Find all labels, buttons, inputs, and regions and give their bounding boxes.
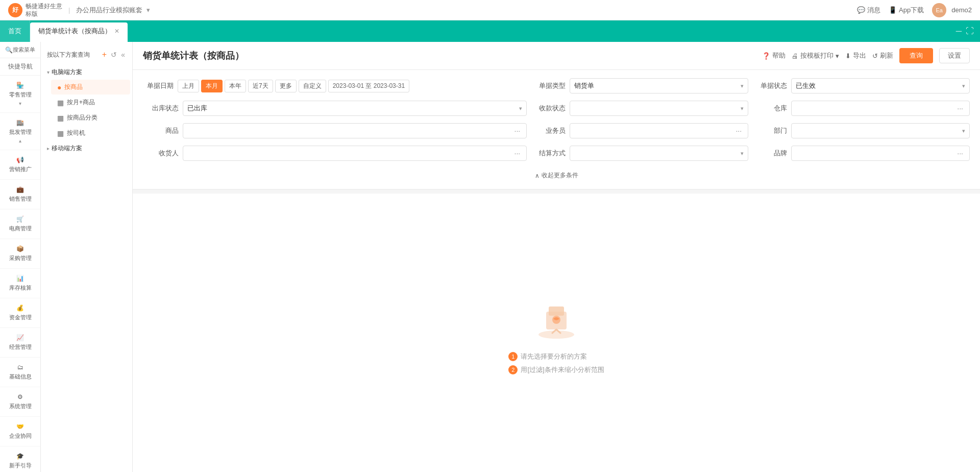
sidebar-icon-sales: 💼	[16, 186, 24, 193]
out-status-select[interactable]: 已出库 ▾	[183, 101, 527, 116]
sidebar-item-purchase[interactable]: 📦 采购管理	[0, 239, 40, 269]
sidebar-item-operations[interactable]: 📈 经营管理	[0, 328, 40, 358]
tree-item-icon-driver: ▦	[57, 129, 64, 137]
maximize-icon[interactable]: ⛶	[966, 27, 974, 36]
date-field: 单据日期 上月 本月 本年 近7天 更多 自定义 2023-03-01 至 20…	[143, 80, 527, 92]
form-area: 销货单统计表（按商品） ❓ 帮助 🖨 按模板打印 ▾ ⬇	[133, 42, 980, 472]
print-btn[interactable]: 🖨 按模板打印 ▾	[792, 51, 839, 60]
tree-group-mobile-title[interactable]: ▸ 移动端方案	[41, 141, 132, 155]
workspace-name: 办公用品行业模拟账套	[76, 6, 142, 15]
salesperson-dots-icon[interactable]: ···	[733, 127, 744, 135]
sidebar-icon-operations: 📈	[16, 334, 24, 341]
doc-status-select[interactable]: 已生效 ▾	[791, 78, 970, 93]
settle-select[interactable]: ▾	[570, 146, 748, 161]
payment-select[interactable]: ▾	[570, 101, 748, 116]
message-icon: 💬	[857, 6, 865, 14]
tree-item-by-goods[interactable]: ● 按商品	[51, 80, 130, 95]
help-label: 帮助	[772, 51, 786, 60]
setting-button[interactable]: 设置	[939, 48, 970, 63]
date-range-text: 2023-03-01 至 2023-03-31	[333, 82, 405, 90]
sidebar-item-finance[interactable]: 💰 资金管理	[0, 298, 40, 328]
sidebar-item-guide[interactable]: 🎓 新手引导	[0, 446, 40, 472]
tree-item-by-month-goods[interactable]: ▦ 按月+商品	[51, 95, 130, 110]
tip-num-1: 1	[508, 352, 518, 361]
sidebar-label-ecommerce: 电商管理	[9, 225, 32, 232]
receiver-select[interactable]: ···	[183, 146, 527, 161]
sidebar-item-inventory[interactable]: 📊 库存核算	[0, 269, 40, 298]
sidebar-item-marketing[interactable]: 📢 营销推广	[0, 150, 40, 180]
help-btn[interactable]: ❓ 帮助	[762, 51, 786, 60]
tree-group-pc-children: ● 按商品 ▦ 按月+商品 ▦ 按商品分类 ▦	[41, 80, 132, 140]
svg-point-0	[538, 331, 574, 339]
sidebar-shortcut[interactable]: 快捷导航	[0, 58, 40, 76]
collapse-arrow-icon: ∧	[535, 172, 540, 179]
settle-field: 结算方式 ▾	[535, 146, 748, 161]
collapse-row[interactable]: ∧ 收起更多条件	[143, 168, 970, 181]
sidebar-item-collab[interactable]: 🤝 企业协同	[0, 417, 40, 446]
dept-select[interactable]: ▾	[791, 123, 970, 138]
scheme-tree: ▾ 电脑端方案 ● 按商品 ▦ 按月+商品 ▦	[41, 63, 132, 158]
tab-report[interactable]: 销货单统计表（按商品） ✕	[30, 22, 128, 42]
doc-type-select[interactable]: 销货单 ▾	[570, 78, 748, 93]
user-area[interactable]: Ea demo2	[932, 3, 972, 17]
sidebar-icon-guide: 🎓	[16, 453, 24, 460]
topbar: 好 畅捷通好生意 标版 | 办公用品行业模拟账套 ▾ 💬 消息 📱 App下载 …	[0, 0, 980, 20]
sidebar-icon-inventory: 📊	[16, 275, 24, 282]
sidebar-item-retail[interactable]: 🏪 零售管理 ▾	[0, 76, 40, 113]
warehouse-select[interactable]: ···	[791, 101, 970, 116]
warehouse-dots-icon[interactable]: ···	[955, 104, 965, 112]
query-button[interactable]: 查询	[899, 48, 933, 63]
sidebar-label-finance: 资金管理	[9, 314, 32, 321]
sidebar-icon-retail: 🏪	[16, 82, 24, 89]
tree-item-by-driver[interactable]: ▦ 按司机	[51, 126, 130, 140]
minimize-icon[interactable]: ─	[956, 27, 962, 36]
sidebar-search[interactable]: 🔍 搜索菜单	[0, 42, 40, 58]
message-btn[interactable]: 💬 消息	[857, 6, 880, 15]
scheme-refresh-icon[interactable]: ↺	[110, 50, 118, 60]
sidebar-item-basics[interactable]: 🗂 基础信息	[0, 358, 40, 387]
date-btn-custom[interactable]: 自定义	[299, 80, 326, 92]
sidebar-icon-marketing: 📢	[16, 156, 24, 163]
tab-home[interactable]: 首页	[0, 20, 30, 42]
tree-group-pc-title[interactable]: ▾ 电脑端方案	[41, 65, 132, 79]
refresh-btn[interactable]: ↺ 刷新	[872, 51, 893, 60]
sidebar-icon-ecommerce: 🛒	[16, 216, 24, 223]
doc-type-chevron: ▾	[741, 83, 744, 89]
app-download-btn[interactable]: 📱 App下载	[889, 6, 924, 15]
page-header: 销货单统计表（按商品） ❓ 帮助 🖨 按模板打印 ▾ ⬇	[133, 42, 980, 70]
sidebar-item-ecommerce[interactable]: 🛒 电商管理	[0, 209, 40, 239]
dept-field: 部门 ▾	[756, 123, 970, 138]
brand-select[interactable]: ···	[791, 146, 970, 161]
goods-select[interactable]: ···	[183, 123, 527, 138]
date-range-display[interactable]: 2023-03-01 至 2023-03-31	[328, 80, 409, 92]
scheme-panel-title: 按以下方案查询	[47, 51, 99, 59]
date-btn-this-year[interactable]: 本年	[225, 80, 246, 92]
sidebar-item-wholesale[interactable]: 🏬 批发管理 ▴	[0, 113, 40, 150]
tree-group-pc: ▾ 电脑端方案 ● 按商品 ▦ 按月+商品 ▦	[41, 65, 132, 140]
brand-dots-icon[interactable]: ···	[955, 149, 965, 157]
date-btn-last-month[interactable]: 上月	[178, 80, 199, 92]
salesperson-select[interactable]: ···	[570, 123, 748, 138]
sidebar-item-system[interactable]: ⚙ 系统管理	[0, 387, 40, 417]
date-btn-more[interactable]: 更多	[275, 80, 297, 92]
salesperson-label: 业务员	[535, 126, 566, 135]
doc-status-chevron: ▾	[962, 83, 965, 89]
scheme-collapse-icon[interactable]: «	[120, 50, 126, 60]
sidebar-label-basics: 基础信息	[9, 373, 32, 381]
tab-close-icon[interactable]: ✕	[114, 28, 119, 35]
export-label: 导出	[853, 51, 866, 60]
doc-status-label: 单据状态	[756, 81, 787, 90]
tip-num-2: 2	[508, 365, 518, 374]
date-btn-this-month[interactable]: 本月	[201, 80, 223, 92]
goods-dots-icon[interactable]: ···	[512, 127, 523, 135]
scheme-add-btn[interactable]: +	[101, 49, 108, 60]
export-btn[interactable]: ⬇ 导出	[845, 51, 866, 60]
empty-svg	[531, 291, 582, 342]
tree-item-by-category[interactable]: ▦ 按商品分类	[51, 110, 130, 125]
workspace-chevron[interactable]: ▾	[146, 6, 150, 14]
date-btn-7days[interactable]: 近7天	[248, 80, 273, 92]
topbar-right: 💬 消息 📱 App下载 Ea demo2	[857, 3, 972, 17]
receiver-dots-icon[interactable]: ···	[512, 149, 523, 157]
sidebar-icon-purchase: 📦	[16, 245, 24, 252]
sidebar-item-sales[interactable]: 💼 销售管理	[0, 180, 40, 209]
